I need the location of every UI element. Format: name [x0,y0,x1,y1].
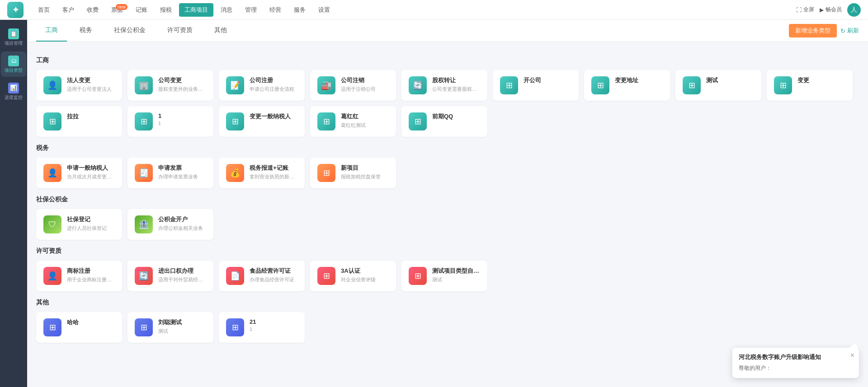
card-change-address[interactable]: ⊞ 变更地址 [584,70,670,101]
card-icon: ⊞ [317,164,335,182]
nav-home[interactable]: 首页 [33,3,55,17]
card-company-register[interactable]: 📝 公司注册 申请公司注册全流程 [219,70,305,101]
card-name: 21 [250,318,297,325]
card-qianqi-qq[interactable]: ⊞ 前期QQ [401,106,487,137]
fullscreen-icon: ⛶ [796,7,802,13]
tab-license[interactable]: 许可资质 [158,20,202,42]
card-social-insurance[interactable]: 🛡 社保登记 进行人员社保登记 [36,209,122,240]
membership-btn[interactable]: ▶ 畅会员 [820,6,842,14]
card-icon: 🔄 [135,267,153,285]
top-nav-right: ⛶ 全屏 ▶ 畅会员 人 [796,3,861,17]
card-desc: 对企业信誉评级 [341,276,389,283]
card-3a-cert[interactable]: ⊞ 3A认证 对企业信誉评级 [310,261,396,291]
nav-service[interactable]: 服务 [288,3,311,17]
card-one[interactable]: ⊞ 1 1 [127,106,213,137]
card-name: 社保登记 [67,215,115,224]
card-open-company[interactable]: ⊞ 开公司 [493,70,579,101]
card-name: 新项目 [341,164,389,172]
card-icon: 🏦 [135,215,153,233]
card-icon-legal: 👤 [43,76,61,94]
card-name: 葛红红 [341,112,389,121]
nav-operation[interactable]: 经营 [264,3,287,17]
nav-tax[interactable]: 报税 [155,3,177,17]
card-name: 法人变更 [67,76,115,84]
refresh-button[interactable]: ↻ 刷新 [840,27,859,35]
card-ge-honghong[interactable]: ⊞ 葛红红 葛红红测试 [310,106,396,137]
top-nav: ✦ 首页 客户 收费 票据 new 记账 报税 工商项目 消息 管理 经营 服务… [0,0,868,20]
card-liucong-test[interactable]: ⊞ 刘聪测试 测试 [127,312,213,343]
card-food-license[interactable]: 📄 食品经营许可证 办理食品经营许可证 [219,261,305,291]
tab-social-insurance[interactable]: 社保公积金 [105,20,155,42]
card-icon: 📄 [226,267,244,285]
notification-close-button[interactable]: × [850,351,854,359]
card-icon: 🛡 [43,215,61,233]
nav-industry[interactable]: 工商项目 [179,3,213,17]
card-name: 开公司 [524,76,571,84]
card-desc: 适用于对外贸易经营者 [158,276,206,283]
card-apply-invoice[interactable]: 🧾 申请发票 办理申请发票业务 [127,158,213,188]
notification-title: 河北税务数字账户升级影响通知 [739,353,853,361]
sidebar-label-type: 项目类型 [5,68,23,73]
card-housing-fund[interactable]: 🏦 公积金开户 办理公积金相关业务 [127,209,213,240]
nav-messages[interactable]: 消息 [215,3,238,17]
card-icon: 🔄 [409,76,427,94]
card-icon: ⊞ [226,112,244,131]
tab-tax[interactable]: 税务 [71,20,101,42]
card-legal-change[interactable]: 👤 法人变更 适用于公司变更法人 [36,70,122,101]
card-desc: 适用于注销公司 [341,86,389,93]
nav-settings[interactable]: 设置 [313,3,335,17]
card-desc: 用于企业商标注册服务 [67,276,115,283]
card-21[interactable]: ⊞ 21 1 [219,312,305,343]
main-content: 工商 税务 社保公积金 许可资质 其他 新增业务类型 ↻ 刷新 工商 👤 法人变… [27,20,868,387]
card-name: 刘聪测试 [158,318,206,326]
card-import-export[interactable]: 🔄 进出口权办理 适用于对外贸易经营者 [127,261,213,291]
progress-icon: 📊 [8,83,19,93]
user-avatar[interactable]: 人 [847,3,861,17]
nav-management[interactable]: 管理 [240,3,262,17]
tab-other[interactable]: 其他 [205,20,236,42]
nav-tickets[interactable]: 票据 new [106,3,128,17]
card-name: 股权转让 [432,76,480,84]
card-icon: 🧾 [135,164,153,182]
card-desc: 办理公积金相关业务 [158,225,206,232]
card-icon: ⊞ [683,76,701,94]
card-icon: ⊞ [500,76,518,94]
card-test[interactable]: ⊞ 测试 [675,70,761,101]
new-type-button[interactable]: 新增业务类型 [789,24,837,37]
card-icon: 👤 [43,267,61,285]
card-name: 变更一般纳税人 [250,112,297,121]
card-apply-taxpayer[interactable]: 👤 申请一般纳税人 当月或次月成变更完成 [36,158,122,188]
card-icon: 👤 [43,164,61,182]
project-type-icon: 🗂 [8,56,19,66]
nav-accounting[interactable]: 记账 [130,3,153,17]
card-lala[interactable]: ⊞ 拉拉 [36,106,122,137]
sidebar-item-project-management[interactable]: 📋 项目管理 [1,24,26,50]
fullscreen-btn[interactable]: ⛶ 全屏 [796,6,814,14]
card-tax-accounting[interactable]: 💰 税务报道+记账 拿到营业执照的新公司 [219,158,305,188]
card-new-project[interactable]: ⊞ 新项目 报税加税控盘保管 [310,158,396,188]
card-trademark[interactable]: 👤 商标注册 用于企业商标注册服务 [36,261,122,291]
nav-billing[interactable]: 收费 [81,3,104,17]
card-equity-transfer[interactable]: 🔄 股权转让 公司变更需要股权转让 [401,70,487,101]
card-name: 变更 [797,76,845,84]
card-name: 测试 [706,76,754,84]
card-desc: 1 [158,121,206,126]
card-name: 进出口权办理 [158,267,206,275]
sidebar-item-progress[interactable]: 📊 进度监控 [1,79,26,104]
tab-industry[interactable]: 工商 [36,20,67,42]
card-haha[interactable]: ⊞ 哈哈 [36,312,122,343]
card-icon: 🏢 [135,76,153,94]
card-desc: 公司变更需要股权转让 [432,86,480,93]
card-icon: ⊞ [409,112,427,131]
nav-items: 首页 客户 收费 票据 new 记账 报税 工商项目 消息 管理 经营 服务 设… [33,3,796,17]
card-biangeng[interactable]: ⊞ 变更 [767,70,853,101]
card-desc: 适用于公司变更法人 [67,86,115,93]
card-test-type[interactable]: ⊞ 测试项目类型自定义 测试 [401,261,487,291]
card-general-taxpayer[interactable]: ⊞ 变更一般纳税人 [219,106,305,137]
card-company-cancel[interactable]: 🏭 公司注销 适用于注销公司 [310,70,396,101]
sidebar-item-project-type[interactable]: 🗂 项目类型 [1,51,26,77]
card-company-change[interactable]: 🏢 公司变更 股权变更外的业务变更 [127,70,213,101]
card-desc: 申请公司注册全流程 [250,86,297,93]
nav-customer[interactable]: 客户 [57,3,80,17]
cards-grid-other: ⊞ 哈哈 ⊞ 刘聪测试 测试 ⊞ 21 1 [36,312,859,343]
